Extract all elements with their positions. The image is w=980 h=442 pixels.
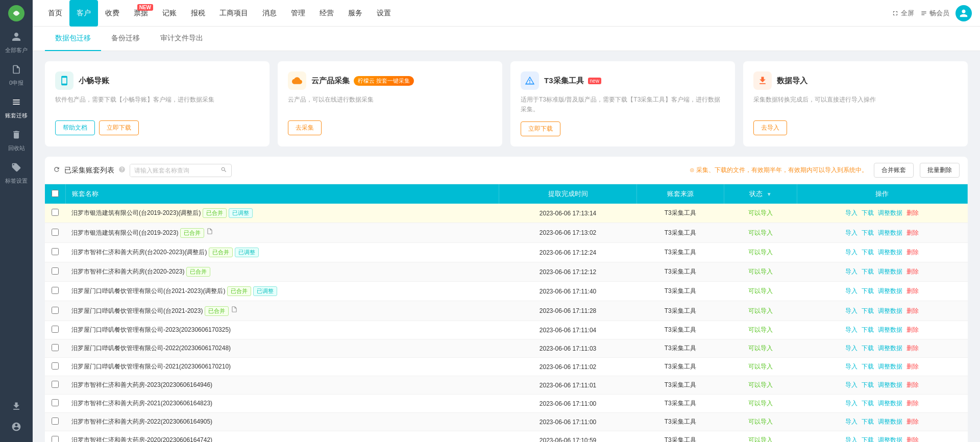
action-下载[interactable]: 下载 (862, 418, 874, 426)
action-导入[interactable]: 导入 (845, 209, 857, 217)
action-下载[interactable]: 下载 (862, 209, 874, 217)
nav-settings[interactable]: 设置 (370, 0, 398, 27)
member-btn[interactable]: 畅会员 (920, 9, 949, 18)
nav-customer[interactable]: 客户 (69, 0, 98, 27)
fullscreen-btn[interactable]: 全屏 (892, 9, 914, 18)
merge-account-button[interactable]: 合并账套 (874, 163, 914, 178)
action-下载[interactable]: 下载 (862, 229, 874, 237)
action-导入[interactable]: 导入 (845, 418, 857, 426)
row-checkbox[interactable] (52, 248, 59, 255)
batch-delete-button[interactable]: 批量删除 (920, 163, 960, 178)
action-下载[interactable]: 下载 (862, 362, 874, 371)
action-导入[interactable]: 导入 (845, 248, 857, 257)
row-checkbox[interactable] (52, 344, 59, 351)
action-下载[interactable]: 下载 (862, 267, 874, 276)
row-checkbox[interactable] (52, 436, 59, 442)
action-下载[interactable]: 下载 (862, 399, 874, 408)
action-下载[interactable]: 下载 (862, 344, 874, 353)
nav-service[interactable]: 服务 (341, 0, 370, 27)
action-导入[interactable]: 导入 (845, 287, 857, 296)
select-all-checkbox[interactable] (52, 190, 59, 197)
download-t3-button[interactable]: 立即下载 (521, 121, 560, 136)
sidebar-item-all-clients[interactable]: 全部客户 (0, 27, 33, 59)
action-下载[interactable]: 下载 (862, 307, 874, 315)
action-删除[interactable]: 删除 (906, 307, 919, 315)
go-collect-button[interactable]: 去采集 (288, 120, 322, 135)
search-input[interactable] (130, 164, 216, 177)
action-下载[interactable]: 下载 (862, 326, 874, 334)
help-icon[interactable] (118, 166, 126, 175)
action-调整数据[interactable]: 调整数据 (878, 229, 902, 237)
action-删除[interactable]: 删除 (906, 436, 919, 442)
row-checkbox[interactable] (52, 287, 59, 294)
action-调整数据[interactable]: 调整数据 (878, 399, 902, 408)
row-checkbox[interactable] (52, 326, 59, 333)
action-调整数据[interactable]: 调整数据 (878, 267, 902, 276)
action-删除[interactable]: 删除 (906, 326, 919, 334)
action-调整数据[interactable]: 调整数据 (878, 381, 902, 389)
action-删除[interactable]: 删除 (906, 418, 919, 426)
action-下载[interactable]: 下载 (862, 287, 874, 296)
action-调整数据[interactable]: 调整数据 (878, 326, 902, 334)
nav-invoice[interactable]: 票据 NEW (127, 0, 155, 27)
nav-tax[interactable]: 报税 (184, 0, 212, 27)
action-导入[interactable]: 导入 (845, 229, 857, 237)
action-调整数据[interactable]: 调整数据 (878, 362, 902, 371)
action-导入[interactable]: 导入 (845, 362, 857, 371)
action-删除[interactable]: 删除 (906, 362, 919, 371)
nav-biz[interactable]: 工商项目 (212, 0, 255, 27)
action-删除[interactable]: 删除 (906, 344, 919, 353)
action-删除[interactable]: 删除 (906, 381, 919, 389)
nav-payment[interactable]: 收费 (98, 0, 127, 27)
nav-accounting[interactable]: 记账 (155, 0, 184, 27)
file-icon[interactable] (206, 229, 213, 236)
sidebar-download[interactable] (0, 397, 33, 415)
tab-backup-migration[interactable]: 备份迁移 (101, 27, 150, 51)
action-调整数据[interactable]: 调整数据 (878, 248, 902, 257)
action-下载[interactable]: 下载 (862, 436, 874, 442)
nav-home[interactable]: 首页 (41, 0, 69, 27)
nav-manage[interactable]: 管理 (284, 0, 312, 27)
row-checkbox[interactable] (52, 381, 59, 388)
user-avatar[interactable] (955, 5, 972, 21)
row-checkbox[interactable] (52, 418, 59, 425)
search-button[interactable] (216, 164, 231, 177)
file-icon[interactable] (231, 307, 238, 314)
sidebar-item-account-transfer[interactable]: 账套迁移 (0, 92, 33, 125)
action-导入[interactable]: 导入 (845, 381, 857, 389)
sidebar-user[interactable] (0, 418, 33, 436)
tab-data-migration[interactable]: 数据包迁移 (45, 27, 101, 51)
action-导入[interactable]: 导入 (845, 436, 857, 442)
action-删除[interactable]: 删除 (906, 209, 919, 217)
download-now-button[interactable]: 立即下载 (99, 120, 139, 135)
action-导入[interactable]: 导入 (845, 326, 857, 334)
sidebar-item-tag-settings[interactable]: 标签设置 (0, 157, 33, 190)
action-删除[interactable]: 删除 (906, 229, 919, 237)
action-调整数据[interactable]: 调整数据 (878, 307, 902, 315)
action-下载[interactable]: 下载 (862, 381, 874, 389)
action-删除[interactable]: 删除 (906, 287, 919, 296)
action-调整数据[interactable]: 调整数据 (878, 418, 902, 426)
tab-audit-export[interactable]: 审计文件导出 (150, 27, 213, 51)
action-调整数据[interactable]: 调整数据 (878, 209, 902, 217)
nav-message[interactable]: 消息 (255, 0, 284, 27)
refresh-icon[interactable] (53, 166, 60, 175)
row-checkbox[interactable] (52, 267, 59, 275)
action-调整数据[interactable]: 调整数据 (878, 287, 902, 296)
row-checkbox[interactable] (52, 209, 59, 216)
help-doc-button[interactable]: 帮助文档 (55, 120, 95, 135)
action-导入[interactable]: 导入 (845, 307, 857, 315)
go-import-button[interactable]: 去导入 (753, 120, 787, 135)
action-调整数据[interactable]: 调整数据 (878, 344, 902, 353)
sidebar-item-zero-report[interactable]: 0申报 (0, 59, 33, 92)
action-导入[interactable]: 导入 (845, 267, 857, 276)
action-调整数据[interactable]: 调整数据 (878, 436, 902, 442)
row-checkbox[interactable] (52, 229, 59, 236)
action-导入[interactable]: 导入 (845, 344, 857, 353)
action-下载[interactable]: 下载 (862, 248, 874, 257)
action-删除[interactable]: 删除 (906, 248, 919, 257)
row-checkbox[interactable] (52, 307, 59, 314)
action-导入[interactable]: 导入 (845, 399, 857, 408)
action-删除[interactable]: 删除 (906, 399, 919, 408)
row-checkbox[interactable] (52, 362, 59, 370)
